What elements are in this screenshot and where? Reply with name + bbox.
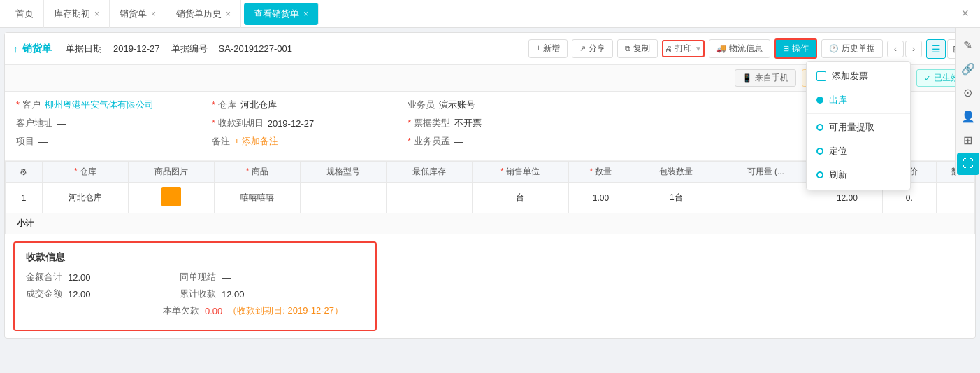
share-button-label: 分享	[589, 43, 605, 55]
print-button[interactable]: 🖨 打印 ▼	[662, 40, 705, 57]
tab-bar: 首页 库存期初 × 销货单 × 销货单历史 × 查看销货单 × ×	[0, 0, 980, 28]
col-product: 商品	[214, 162, 300, 183]
row-spec	[300, 183, 386, 213]
side-circle-icon[interactable]: ⊙	[957, 81, 979, 104]
row-num: 1	[6, 183, 43, 213]
next-button[interactable]: ›	[905, 41, 922, 57]
product-image-thumb	[161, 187, 181, 206]
doc-type-label: 销货单	[22, 43, 52, 55]
tab-sales-history[interactable]: 销货单历史 ×	[166, 0, 241, 28]
copy-button[interactable]: ⧉ 复制	[617, 39, 658, 58]
warehouse-value: 河北仓库	[240, 99, 277, 111]
dropdown-refresh[interactable]: 刷新	[807, 163, 910, 187]
sales-agent-value: —	[454, 136, 463, 147]
payment-due-field: 收款到期日 2019-12-27	[212, 117, 394, 129]
tab-view-label: 查看销货单	[254, 8, 299, 20]
note-field: 备注 + 添加备注	[212, 135, 394, 148]
dropdown-outbound[interactable]: 出库	[807, 88, 910, 112]
dropdown-available-qty[interactable]: 可用量提取	[807, 115, 910, 139]
note-label: 备注	[212, 135, 230, 148]
dropdown-locate[interactable]: 定位	[807, 139, 910, 163]
current-balance-value: 0.00	[205, 306, 222, 316]
refresh-icon	[816, 171, 823, 178]
cumulative-payment-value: 12.00	[222, 289, 245, 300]
tab-inventory-init[interactable]: 库存期初 ×	[44, 0, 110, 28]
tab-view-close[interactable]: ×	[303, 9, 308, 19]
print-button-label: 打印	[675, 43, 692, 55]
prev-button[interactable]: ‹	[887, 41, 904, 57]
tab-home[interactable]: 首页	[6, 0, 44, 28]
add-note-button[interactable]: + 添加备注	[234, 135, 278, 148]
window-close-button[interactable]: ×	[956, 6, 974, 21]
customer-label: 客户	[16, 99, 41, 111]
row-warehouse: 河北仓库	[42, 183, 128, 213]
tab-inventory-close[interactable]: ×	[94, 9, 99, 19]
subtotal-row: 小计	[6, 213, 975, 234]
doc-title: ↑ 销货单	[13, 43, 52, 55]
dropdown-divider	[807, 113, 910, 114]
side-user-icon[interactable]: 👤	[957, 105, 979, 127]
total-amount-label: 金额合计	[26, 271, 62, 283]
sales-agent-field: 业务员孟 —	[408, 135, 589, 148]
col-product-image: 商品图片	[128, 162, 214, 183]
side-table-icon[interactable]: ⊞	[957, 129, 979, 151]
operation-button[interactable]: ⊞ 操作	[774, 38, 817, 59]
customer-value[interactable]: 柳州粤港平安气体有限公司	[45, 99, 154, 111]
col-min-stock: 最低库存	[386, 162, 472, 183]
row-min-stock	[386, 183, 472, 213]
copy-button-label: 复制	[633, 43, 650, 55]
total-amount-value: 12.00	[68, 272, 91, 283]
tab-home-label: 首页	[15, 8, 34, 20]
tab-sales-order[interactable]: 销货单 ×	[110, 0, 166, 28]
payment-row-2: 成交金额 12.00 累计收款 12.00	[26, 288, 364, 300]
dropdown-add-invoice[interactable]: 添加发票	[807, 64, 910, 88]
date-value: 2019-12-27	[113, 43, 160, 54]
project-field: 项目 —	[16, 135, 198, 148]
sales-agent-label: 业务员孟	[408, 135, 450, 148]
col-quantity: 数量	[568, 162, 633, 183]
operation-dropdown: 添加发票 出库 可用量提取 定位	[806, 61, 911, 190]
salesperson-label: 业务员	[408, 99, 435, 111]
side-expand-icon[interactable]: ⛶	[957, 153, 979, 175]
from-phone-button[interactable]: 📱 来自手机	[735, 69, 796, 87]
row-available	[719, 183, 812, 213]
tab-sales-close[interactable]: ×	[151, 9, 156, 19]
row-pack-qty: 1台	[633, 183, 719, 213]
payment-due-value: 2019-12-27	[268, 118, 315, 129]
tab-view-sales[interactable]: 查看销货单 ×	[244, 3, 319, 25]
col-sales-unit: 销售单位	[472, 162, 568, 183]
number-value: SA-20191227-001	[219, 43, 293, 54]
sales-order-icon: ↑	[13, 43, 18, 55]
col-spec: 规格型号	[300, 162, 386, 183]
locate-icon	[816, 148, 823, 155]
payment-row-3: 本单欠款 0.00 （收款到期日: 2019-12-27）	[26, 304, 364, 317]
tab-history-close[interactable]: ×	[226, 9, 231, 19]
history-button-label: 历史单据	[842, 43, 875, 55]
logistics-button-label: 物流信息	[729, 43, 763, 55]
col-settings: ⚙	[6, 162, 43, 183]
balance-note: （收款到期日: 2019-12-27）	[228, 304, 343, 317]
side-panel: ✎ 🔗 ⊙ 👤 ⊞ ⛶	[955, 28, 980, 175]
refresh-label: 刷新	[829, 169, 847, 181]
payment-title: 收款信息	[26, 251, 364, 264]
share-button[interactable]: ↗ 分享	[572, 39, 613, 58]
ticket-type-value: 不开票	[454, 117, 482, 129]
list-view-button[interactable]: ☰	[926, 39, 946, 59]
warehouse-field: 仓库 河北仓库	[212, 99, 394, 111]
warehouse-label: 仓库	[212, 99, 236, 111]
side-edit-icon[interactable]: ✎	[957, 34, 979, 56]
col-available: 可用量 (...	[719, 162, 812, 183]
logistics-button[interactable]: 🚚 物流信息	[709, 39, 770, 58]
address-label: 客户地址	[16, 117, 52, 129]
outbound-label: 出库	[829, 94, 847, 106]
transaction-amount-label: 成交金额	[26, 288, 62, 300]
new-button[interactable]: + 新增	[528, 39, 568, 58]
tab-sales-label: 销货单	[120, 8, 147, 20]
tab-inventory-label: 库存期初	[54, 8, 90, 20]
subtotal-label: 小计	[6, 213, 975, 234]
same-order-value: —	[222, 272, 231, 283]
side-link-icon[interactable]: 🔗	[957, 57, 979, 80]
history-button[interactable]: 🕐 历史单据	[821, 39, 883, 58]
customer-field: 客户 柳州粤港平安气体有限公司	[16, 99, 198, 111]
project-label: 项目	[16, 135, 34, 148]
